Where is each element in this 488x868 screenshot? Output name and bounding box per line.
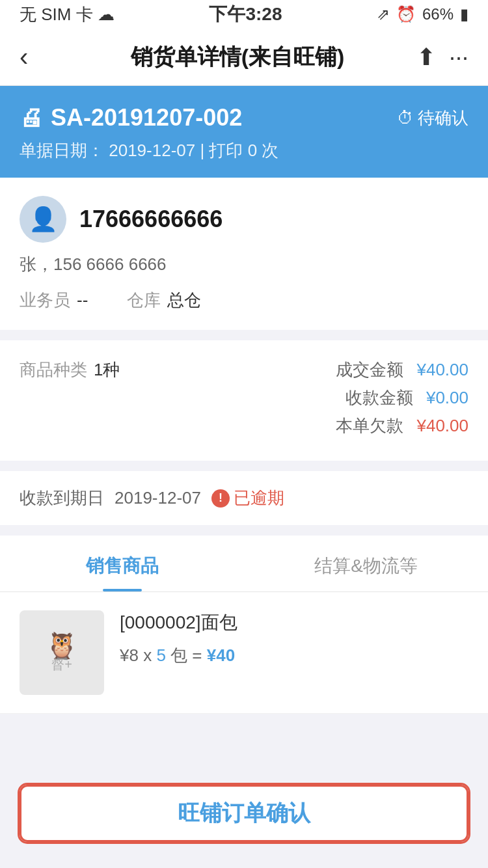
product-multiply: x	[143, 645, 156, 665]
warehouse-value: 总仓	[167, 289, 201, 312]
more-button[interactable]: ···	[449, 44, 468, 71]
due-date-value: 2019-12-07	[115, 488, 201, 508]
product-thumbnail: 🦉 督+	[20, 610, 104, 695]
due-date-label: 收款到期日	[20, 487, 104, 509]
warehouse-field: 仓库 总仓	[127, 289, 201, 312]
order-date-row: 单据日期： 2019-12-07 | 打印 0 次	[20, 139, 468, 162]
received-amount-value: ¥0.00	[426, 388, 468, 408]
battery-icon: ▮	[460, 5, 468, 23]
status-clock-icon: ⏱	[397, 108, 414, 128]
nav-bar: ‹ 销货单详情(来自旺铺) ⬆ ···	[0, 29, 488, 86]
tab-settlement[interactable]: 结算&物流等	[244, 536, 488, 591]
status-text: 待确认	[418, 107, 468, 129]
received-amount-label: 收款金额	[346, 387, 413, 409]
customer-name: 张，156 6666 6666	[20, 253, 468, 276]
product-equals: =	[192, 645, 206, 665]
customer-meta: 业务员 -- 仓库 总仓	[20, 289, 468, 312]
product-type-label: 商品种类	[20, 359, 87, 381]
salesperson-field: 业务员 --	[20, 289, 88, 312]
status-right: ⇗ ⏰ 66% ▮	[377, 5, 468, 23]
order-header: 🖨 SA-20191207-002 ⏱ 待确认 单据日期： 2019-12-07…	[0, 86, 488, 178]
product-info: [0000002]面包 ¥8 x 5 包 = ¥40	[120, 610, 468, 695]
alarm-icon: ⏰	[396, 5, 416, 23]
salesperson-value: --	[77, 290, 88, 310]
product-price: ¥8	[120, 645, 139, 665]
order-id-text: SA-20191207-002	[51, 104, 242, 131]
transaction-amount-value: ¥40.00	[416, 360, 468, 380]
summary-card: 商品种类 1种 成交金额 ¥40.00 收款金额 ¥0.00 本单欠款 ¥40.…	[0, 340, 488, 461]
customer-card: 👤 17666666666 张，156 6666 6666 业务员 -- 仓库 …	[0, 178, 488, 330]
confirm-order-button[interactable]: 旺铺订单确认	[20, 785, 468, 842]
transaction-amount-label: 成交金额	[336, 359, 403, 381]
status-bar: 无 SIM 卡 ☁ 下午3:28 ⇗ ⏰ 66% ▮	[0, 0, 488, 29]
product-name: [0000002]面包	[120, 610, 468, 635]
avatar: 👤	[20, 196, 66, 243]
salesperson-label: 业务员	[20, 289, 70, 312]
summary-left: 商品种类 1种	[20, 359, 120, 442]
transaction-amount-row: 成交金额 ¥40.00	[336, 359, 468, 381]
product-brand-plus: 督+	[51, 656, 72, 673]
order-print-icon: 🖨	[20, 104, 43, 131]
tab-products[interactable]: 销售商品	[0, 536, 244, 591]
confirm-button-wrap: 旺铺订单确认	[0, 785, 488, 842]
battery-level: 66%	[422, 5, 454, 23]
location-icon: ⇗	[377, 5, 390, 23]
status-time: 下午3:28	[209, 2, 282, 27]
product-item: 🦉 督+ [0000002]面包 ¥8 x 5 包 = ¥40	[0, 592, 488, 714]
warehouse-label: 仓库	[127, 289, 161, 312]
avatar-icon: 👤	[29, 206, 58, 233]
due-amount-label: 本单欠款	[336, 414, 403, 437]
page-title: 销货单详情(来自旺铺)	[59, 42, 416, 72]
due-amount-row: 本单欠款 ¥40.00	[336, 414, 468, 437]
due-amount-value: ¥40.00	[416, 416, 468, 436]
order-date-value: 2019-12-07	[109, 141, 195, 160]
due-date-card: 收款到期日 2019-12-07 ! 已逾期	[0, 471, 488, 525]
date-label: 单据日期：	[20, 141, 104, 160]
share-button[interactable]: ⬆	[416, 44, 436, 71]
order-id: 🖨 SA-20191207-002	[20, 104, 242, 131]
product-unit: 包	[170, 645, 187, 665]
nav-actions: ⬆ ···	[416, 44, 468, 71]
overdue-text: 已逾期	[234, 487, 284, 509]
overdue-icon: !	[211, 489, 230, 508]
product-qty: 5	[156, 645, 170, 665]
print-info: | 打印 0 次	[200, 141, 278, 160]
customer-phone: 17666666666	[79, 206, 223, 233]
sim-status: 无 SIM 卡 ☁	[20, 3, 115, 26]
product-price-row: ¥8 x 5 包 = ¥40	[120, 644, 468, 667]
tabs-bar: 销售商品 结算&物流等	[0, 536, 488, 592]
back-button[interactable]: ‹	[20, 42, 59, 72]
product-type-value: 1种	[94, 359, 120, 381]
overdue-badge: ! 已逾期	[211, 487, 284, 509]
summary-right: 成交金额 ¥40.00 收款金额 ¥0.00 本单欠款 ¥40.00	[336, 359, 468, 442]
status-left: 无 SIM 卡 ☁	[20, 3, 115, 26]
product-total: ¥40	[207, 645, 235, 665]
product-type-row: 商品种类 1种	[20, 359, 120, 381]
product-owl-icon: 🦉	[46, 632, 78, 658]
product-thumb-inner: 🦉 督+	[20, 610, 104, 695]
order-status: ⏱ 待确认	[397, 107, 468, 129]
product-list: 🦉 督+ [0000002]面包 ¥8 x 5 包 = ¥40	[0, 592, 488, 714]
received-amount-row: 收款金额 ¥0.00	[336, 387, 468, 409]
